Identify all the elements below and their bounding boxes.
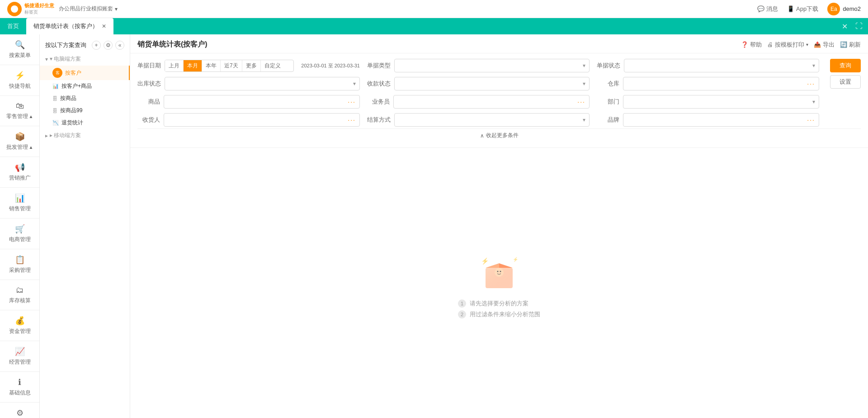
- purchase-icon: 📋: [15, 255, 25, 265]
- date-group: 上月 本月 本年 近7天 更多 自定义: [165, 60, 294, 72]
- sidebar-item-operation[interactable]: 📈 经营管理: [0, 341, 39, 372]
- wholesale-icon: 📦: [15, 132, 25, 142]
- marketing-icon: 📢: [15, 162, 25, 172]
- sidebar-item-finance[interactable]: 💰 资金管理: [0, 310, 39, 341]
- collapse-panel-btn[interactable]: «: [115, 41, 124, 50]
- system-name[interactable]: 办公用品行业模拟账套 ▾: [59, 5, 118, 13]
- empty-tip-1: 1 请先选择要分析的方案: [458, 299, 540, 308]
- salesperson-control[interactable]: ···: [393, 95, 590, 109]
- salesperson-label: 业务员: [367, 98, 390, 106]
- export-btn[interactable]: 📤 导出: [814, 41, 835, 49]
- tab-sales-stats[interactable]: 销货单统计表（按客户） ✕: [26, 18, 113, 34]
- settings-scheme-btn[interactable]: ⚙: [104, 41, 113, 50]
- tree-mobile-arrow: ▸: [45, 133, 48, 139]
- add-scheme-btn[interactable]: +: [92, 41, 101, 50]
- finance-icon: 💰: [15, 316, 25, 326]
- tree-item-return-stats[interactable]: 📉 退货统计: [40, 117, 130, 129]
- sidebar-item-system[interactable]: ⚙ 系统管理: [0, 403, 39, 418]
- basic-info-icon: ℹ: [18, 377, 21, 387]
- refresh-btn[interactable]: 🔄 刷新: [840, 41, 861, 49]
- sidebar-item-sales-mgmt[interactable]: 📊 销售管理: [0, 188, 39, 218]
- tree-item-by-goods-99[interactable]: 🗄 按商品99: [40, 104, 130, 117]
- date-last-month[interactable]: 上月: [165, 60, 184, 71]
- wholesale-arrow-icon: ▲: [29, 145, 33, 150]
- filter-grid: 单据日期 上月 本月 本年 近7天 更多 自定义: [137, 59, 819, 127]
- tree-desktop-section[interactable]: ▾ ▾ 电脑端方案: [40, 52, 130, 66]
- logo-icon: 好: [7, 2, 22, 16]
- sidebar-item-wholesale-mgmt[interactable]: 📦 批发管理 ▲: [0, 126, 39, 157]
- query-btn[interactable]: 查询: [830, 59, 861, 72]
- settings-btn[interactable]: 设置: [830, 75, 861, 89]
- date-last-7-days[interactable]: 近7天: [221, 60, 242, 71]
- warehouse-dots: ···: [807, 80, 815, 87]
- active-customer-icon: 客: [52, 68, 62, 78]
- settings-icon: ⚙: [106, 42, 111, 48]
- message-action[interactable]: 💬 消息: [757, 5, 778, 13]
- recipient-control[interactable]: ···: [164, 113, 360, 127]
- brand-dots: ···: [807, 116, 815, 124]
- date-this-year[interactable]: 本年: [202, 60, 221, 71]
- sidebar-item-basic-info[interactable]: ℹ 基础信息: [0, 372, 39, 403]
- goods-dots: ···: [348, 98, 356, 105]
- settlement-control[interactable]: ▾: [394, 113, 590, 127]
- empty-state: ⚡ ⚡ 1 请先选择要分析的方案 2 用过滤条件来缩小分析范围: [130, 148, 868, 418]
- sidebar-item-inventory[interactable]: 🗂 库存核算: [0, 280, 39, 310]
- date-custom[interactable]: 自定义: [261, 60, 284, 71]
- date-controls: 上月 本月 本年 近7天 更多 自定义 2023-03-01 至 2023-03…: [165, 60, 360, 72]
- template-print-btn[interactable]: 🖨 按模板打印 ▾: [767, 41, 808, 49]
- right-panel: 销货单统计表(按客户) ❓ 帮助 🖨 按模板打印 ▾ 📤 导出: [130, 34, 868, 418]
- sidebar-item-purchase[interactable]: 📋 采购管理: [0, 249, 39, 280]
- content-area: 按以下方案查询 + ⚙ « ▾ ▾ 电脑端方案: [40, 34, 868, 418]
- warehouse-control[interactable]: ···: [623, 77, 819, 90]
- page-header: 销货单统计表(按客户) ❓ 帮助 🖨 按模板打印 ▾ 📤 导出: [130, 34, 868, 53]
- customer-goods-icon: 📊: [52, 83, 59, 89]
- tab-home[interactable]: 首页: [0, 18, 26, 34]
- sidebar-item-search-menu[interactable]: 🔍 搜索菜单: [0, 34, 39, 65]
- filter-warehouse: 仓库 ···: [597, 77, 819, 90]
- svg-text:⚡: ⚡: [481, 257, 489, 265]
- header-right: 💬 消息 📱 App下载 Ea demo2: [757, 3, 861, 15]
- collection-label: 收款状态: [367, 80, 391, 88]
- top-header: 好 畅捷通好生意 标签页 办公用品行业模拟账套 ▾ 💬 消息 📱 App下载 E…: [0, 0, 868, 18]
- date-this-month[interactable]: 本月: [184, 60, 202, 71]
- brand-label: 品牌: [597, 116, 619, 124]
- tab-expand-btn[interactable]: ⛶: [854, 21, 864, 32]
- sidebar: 🔍 搜索菜单 ⚡ 快捷导航 🛍 零售管理 ▲ 📦 批发管理 ▲ 📢 营销推广: [0, 34, 40, 418]
- goods-control[interactable]: ···: [164, 95, 360, 109]
- department-control[interactable]: ▾: [623, 95, 819, 109]
- sidebar-item-ecommerce[interactable]: 🛒 电商管理: [0, 218, 39, 249]
- tab-close-btn[interactable]: ✕: [839, 21, 850, 32]
- goods-label: 商品: [137, 98, 160, 106]
- recipient-dots: ···: [348, 116, 356, 124]
- app-download-action[interactable]: 📱 App下载: [787, 5, 818, 13]
- goods-icon: 🗄: [52, 96, 57, 101]
- bill-status-chevron: ▾: [812, 62, 815, 69]
- brand-control[interactable]: ···: [623, 113, 819, 127]
- print-icon: 🖨: [767, 41, 773, 48]
- bill-type-control[interactable]: ▾: [394, 59, 590, 72]
- sidebar-item-quick-nav[interactable]: ⚡ 快捷导航: [0, 65, 39, 96]
- tab-close-icon[interactable]: ✕: [102, 23, 106, 29]
- bill-status-control[interactable]: ▾: [624, 59, 819, 72]
- sidebar-item-retail-mgmt[interactable]: 🛍 零售管理 ▲: [0, 96, 39, 126]
- filter-collection-status: 收款状态 ▾: [367, 77, 590, 90]
- svg-point-5: [495, 268, 504, 277]
- collection-control[interactable]: ▾: [394, 77, 590, 90]
- tree-item-by-customer[interactable]: 客 按客户: [40, 66, 130, 80]
- tree-item-by-goods[interactable]: 🗄 按商品: [40, 92, 130, 104]
- sidebar-item-marketing[interactable]: 📢 营销推广: [0, 157, 39, 188]
- logo-text: 畅捷通好生意 标签页: [24, 2, 54, 15]
- help-btn[interactable]: ❓ 帮助: [741, 41, 762, 49]
- date-more[interactable]: 更多: [242, 60, 261, 71]
- tab-bar-right: ✕ ⛶: [839, 21, 868, 32]
- print-dropdown-icon: ▾: [806, 42, 808, 47]
- svg-point-6: [497, 271, 499, 272]
- out-status-control[interactable]: ▾: [165, 77, 360, 90]
- system-icon: ⚙: [16, 408, 24, 418]
- recipient-label: 收货人: [137, 116, 160, 124]
- tree-mobile-section[interactable]: ▸ ▸ 移动端方案: [40, 129, 130, 142]
- user-area[interactable]: Ea demo2: [827, 3, 861, 15]
- collapse-filters-btn[interactable]: ∧ 收起更多条件: [137, 128, 861, 142]
- bill-type-chevron: ▾: [583, 62, 585, 69]
- tree-item-by-customer-goods[interactable]: 📊 按客户+商品: [40, 80, 130, 92]
